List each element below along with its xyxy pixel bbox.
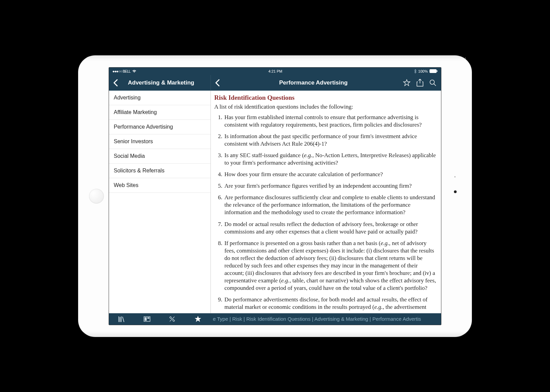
layout-tab[interactable]: [144, 316, 150, 322]
signal-carrier: ●●●○○ BELL: [112, 69, 130, 73]
front-camera: [454, 190, 457, 193]
screen: ●●●○○ BELL 4:21 PM 100%: [109, 67, 441, 325]
sidebar-item[interactable]: Affiliate Marketing: [109, 105, 210, 120]
question-item: Are your firm's performance figures veri…: [224, 182, 436, 190]
question-item: Do model or actual results reflect the d…: [224, 221, 436, 236]
detail-nav: Performance Advertising: [211, 75, 441, 91]
breadcrumb[interactable]: e Type | Risk | Risk Identification Ques…: [211, 316, 441, 322]
favorites-tab[interactable]: [194, 315, 202, 323]
content-intro: A list of risk identification questions …: [214, 104, 436, 110]
sidebar-nav: Advertising & Marketing: [109, 75, 211, 91]
bottom-bar: e Type | Risk | Risk Identification Ques…: [109, 313, 441, 325]
home-button[interactable]: [89, 189, 104, 204]
detail-back-button[interactable]: [211, 79, 224, 87]
question-item: How does your firm ensure the accurate c…: [224, 171, 436, 178]
sidebar-item[interactable]: Web Sites: [109, 178, 210, 193]
sidebar-item[interactable]: Senior Investors: [109, 134, 210, 149]
svg-rect-4: [145, 317, 147, 321]
sidebar-title: Advertising & Marketing: [122, 79, 210, 86]
bluetooth-icon: [414, 69, 417, 73]
status-time: 4:21 PM: [269, 69, 282, 73]
favorite-button[interactable]: [403, 79, 410, 87]
content-pane[interactable]: Risk Identification Questions A list of …: [211, 91, 441, 313]
battery-percent: 100%: [418, 69, 428, 73]
question-item: Is information about the past specific p…: [224, 133, 436, 148]
nav-bars: Advertising & Marketing Performance Adve…: [109, 75, 441, 91]
sidebar-list[interactable]: AdvertisingAffiliate MarketingPerformanc…: [109, 91, 211, 313]
main-area: AdvertisingAffiliate MarketingPerformanc…: [109, 91, 441, 313]
ambient-sensor: [454, 176, 456, 178]
bottom-tabs: [109, 313, 211, 325]
sidebar-item[interactable]: Performance Advertising: [109, 120, 210, 134]
library-tab[interactable]: [118, 316, 125, 322]
svg-rect-0: [429, 70, 436, 73]
question-list: Has your firm established internal contr…: [214, 114, 436, 311]
svg-rect-5: [147, 317, 149, 319]
question-item: If performance is presented on a gross b…: [224, 240, 436, 292]
question-item: Are performance disclosures sufficiently…: [224, 194, 436, 216]
share-button[interactable]: [417, 79, 423, 87]
ipad-device-frame: ●●●○○ BELL 4:21 PM 100%: [78, 55, 472, 337]
question-item: Do performance advertisements disclose, …: [224, 296, 436, 311]
content-heading: Risk Identification Questions: [214, 94, 436, 101]
sidebar-item[interactable]: Social Media: [109, 149, 210, 164]
sidebar-item[interactable]: Advertising: [109, 91, 210, 105]
wifi-icon: [132, 70, 136, 73]
battery-icon: [429, 69, 438, 73]
svg-rect-1: [437, 70, 437, 72]
sidebar-item[interactable]: Solicitors & Referrals: [109, 164, 210, 178]
search-button[interactable]: [429, 79, 436, 86]
status-bar: ●●●○○ BELL 4:21 PM 100%: [109, 68, 441, 75]
tools-tab[interactable]: [169, 316, 176, 322]
question-item: Has your firm established internal contr…: [224, 114, 436, 129]
detail-title: Performance Advertising: [224, 79, 403, 86]
question-item: Is any SEC staff-issued guidance (e.g., …: [224, 152, 436, 167]
sidebar-back-button[interactable]: [109, 79, 122, 87]
